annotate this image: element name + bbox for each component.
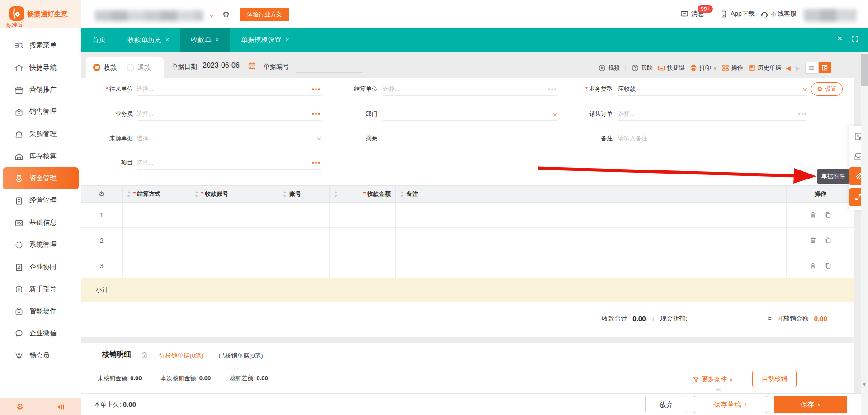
date-value[interactable]: 2023-06-06 [203, 61, 240, 70]
collapse-sidebar-icon[interactable] [56, 403, 65, 411]
scroll-down-arrow-icon[interactable]: ▼ [862, 382, 867, 387]
cell-line-remark[interactable] [396, 203, 787, 228]
copy-row-icon[interactable] [824, 211, 832, 219]
cell-account-no[interactable] [278, 253, 330, 278]
sort-icons[interactable] [400, 191, 404, 197]
col-header-line-remark[interactable]: 备注 [396, 186, 787, 203]
sidebar-item-smart-hardware[interactable]: 智能硬件 [0, 300, 81, 322]
sidebar-item-base-info[interactable]: 基础信息 [0, 212, 81, 234]
copy-row-icon[interactable] [824, 236, 832, 244]
tab-pending-writeoff[interactable]: 待核销单据(0笔) [159, 352, 203, 360]
more-filters-link[interactable]: 更多条件 ∧ [693, 375, 733, 383]
sort-icons[interactable] [283, 191, 287, 197]
project-field[interactable]: 选择... ••• [137, 156, 321, 170]
cell-settle-method[interactable] [123, 228, 190, 253]
doc-no-input[interactable] [296, 61, 363, 73]
actions-link[interactable]: 操作 [722, 64, 743, 72]
prev-doc-icon[interactable]: ◀ [786, 65, 791, 71]
ellipsis-picker-icon[interactable]: ••• [312, 110, 321, 117]
delete-row-icon[interactable] [809, 262, 817, 269]
summary-field[interactable] [383, 132, 557, 145]
radio-receive[interactable]: 收款 [93, 63, 117, 72]
form-settings-button[interactable]: ⚙ 设置 [811, 82, 843, 96]
cell-receipt-account[interactable] [190, 203, 278, 228]
radio-refund[interactable]: 退款 [127, 63, 151, 72]
ellipsis-picker-icon[interactable]: ••• [548, 85, 557, 92]
cell-line-remark[interactable] [396, 253, 787, 278]
sort-icons[interactable] [127, 191, 131, 197]
experience-industry-button[interactable]: 体验行业方案 [240, 8, 289, 21]
col-header-settle-method[interactable]: *结算方式 [123, 186, 190, 203]
info-icon[interactable] [141, 352, 148, 358]
sidebar-item-wechat-work[interactable]: 企业微信 [0, 322, 81, 344]
video-link[interactable]: 视频 [599, 64, 620, 72]
save-button[interactable]: 保存∧ [774, 396, 847, 413]
online-support-link[interactable]: 在线客服 [760, 10, 797, 18]
sidebar-item-operations[interactable]: 经营管理 [0, 189, 81, 212]
tab-template-settings[interactable]: 单据模板设置 × [230, 28, 300, 52]
sidebar-item-newbie-guide[interactable]: 新 新手引导 [0, 278, 81, 300]
print-link[interactable]: 打印 ∨ [690, 64, 717, 72]
customer-field[interactable]: 选择... ••• [137, 82, 321, 96]
department-field[interactable]: ∨ [383, 107, 557, 121]
salesperson-field[interactable]: 选择... ••• [137, 107, 321, 121]
sidebar-item-purchasing[interactable]: 采购管理 [0, 123, 81, 145]
cell-receipt-account[interactable] [190, 228, 278, 253]
cell-receipt-account[interactable] [190, 253, 278, 278]
ellipsis-picker-icon[interactable]: ••• [312, 159, 321, 166]
tabbar-fullscreen-icon[interactable] [852, 35, 859, 42]
sidebar-item-funds[interactable]: 资金管理 [3, 167, 79, 189]
cell-settle-method[interactable] [123, 203, 190, 228]
company-chevron-down-icon[interactable]: ⌄ [209, 11, 214, 18]
biz-type-field[interactable]: 应收款 ∨ [618, 82, 807, 96]
delete-row-icon[interactable] [809, 236, 817, 244]
source-doc-field[interactable]: 选择... ∨ [137, 132, 321, 145]
cell-amount[interactable] [330, 203, 396, 228]
copy-row-icon[interactable] [824, 262, 832, 269]
next-doc-icon[interactable]: ▶ [796, 65, 800, 71]
ellipsis-picker-icon[interactable]: ••• [312, 85, 321, 92]
cell-line-remark[interactable] [396, 228, 787, 253]
scrollbar-thumb[interactable] [861, 54, 868, 86]
table-column-config[interactable]: ⚙ [81, 186, 123, 203]
settle-unit-field[interactable]: 选择... ••• [383, 82, 557, 96]
cell-amount[interactable] [330, 228, 396, 253]
tabbar-close-all-icon[interactable]: × [837, 33, 842, 43]
user-account-blurred[interactable] [804, 9, 856, 22]
tab-receipt-history[interactable]: 收款单历史 × [117, 28, 180, 52]
tab-close-icon[interactable]: × [285, 36, 289, 43]
ellipsis-picker-icon[interactable]: ••• [798, 110, 807, 117]
chevron-down-icon[interactable]: ∨ [802, 86, 808, 92]
cell-settle-method[interactable] [123, 253, 190, 278]
help-link[interactable]: 帮助 [632, 64, 653, 72]
tab-done-writeoff[interactable]: 已核销单据(0笔) [219, 352, 263, 360]
sidebar-item-search-menu[interactable]: 搜索菜单 [0, 34, 81, 57]
tab-close-icon[interactable]: × [165, 36, 169, 43]
sidebar-settings-gear-icon[interactable]: ⚙ [16, 402, 24, 412]
tab-home[interactable]: 首页 [81, 28, 117, 52]
header-gear-icon[interactable]: ⚙ [222, 9, 230, 19]
collapse-panel-caret-icon[interactable] [715, 388, 722, 392]
list-view-button[interactable] [805, 62, 819, 74]
col-header-receipt-account[interactable]: *收款账号 [190, 186, 278, 203]
cell-amount[interactable] [330, 253, 396, 278]
chevron-down-icon[interactable]: ∨ [316, 135, 322, 141]
cell-account-no[interactable] [278, 228, 330, 253]
calendar-icon[interactable] [248, 61, 256, 70]
discount-input[interactable] [693, 313, 763, 324]
chevron-down-icon[interactable]: ∨ [552, 111, 558, 117]
vertical-scrollbar[interactable] [861, 52, 868, 415]
history-docs-link[interactable]: 历史单据 [748, 64, 781, 72]
sidebar-item-quick-nav[interactable]: 快捷导航 [0, 57, 81, 79]
col-header-amount[interactable]: *收款金额 [330, 186, 396, 203]
sort-icons[interactable] [334, 191, 338, 197]
auto-writeoff-button[interactable]: 自动核销 [752, 371, 797, 387]
sidebar-item-member[interactable]: 畅会员 [0, 344, 81, 367]
tab-receipt-doc[interactable]: 收款单 × [180, 28, 230, 52]
sidebar-item-collaboration[interactable]: 企业协同 [0, 256, 81, 278]
sidebar-item-inventory[interactable]: 库存核算 [0, 145, 81, 167]
delete-row-icon[interactable] [809, 211, 817, 219]
remark-field[interactable]: 请输入备注 [618, 132, 807, 145]
sidebar-item-sales[interactable]: 销售管理 [0, 101, 81, 123]
sales-order-field[interactable]: 选择... ••• [618, 107, 807, 121]
